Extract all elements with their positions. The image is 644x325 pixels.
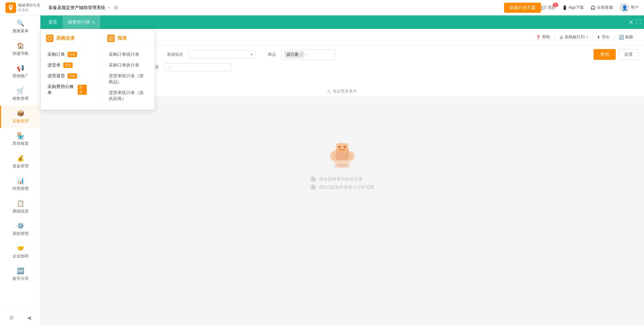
query-btn[interactable]: 查询 [594,49,616,60]
sidebar-item-basic-info[interactable]: 📋 基础信息 [0,196,40,218]
app-download-label: App下载 [569,5,584,10]
user-item[interactable]: 👤 用户 [620,3,639,12]
sidebar-item-search[interactable]: 🔍 搜索菜单 [0,15,40,38]
sidebar-item-marketing[interactable]: 📢 营销推广 [0,60,40,83]
goods-more-icon[interactable]: ··· [306,52,309,57]
industry-btn[interactable]: 体验行业方案 [504,3,541,13]
svg-rect-3 [336,143,348,153]
home-icon: 🏠 [17,42,24,49]
print-icon: 🖨 [559,35,563,40]
purchase-col-title: 采购业务 [56,35,75,41]
sidebar-item-inventory[interactable]: 🏪 库存核算 [0,128,40,151]
notification-badge: 9 [553,3,558,7]
sidebar-item-sales[interactable]: 🛒 销售管理 [0,83,40,106]
print-arrow-icon: ▾ [586,35,588,39]
purchase-order-label: 采购订单 [47,51,65,57]
sidebar-item-quick-nav[interactable]: 🏠 快捷导航 [0,38,40,60]
refresh-btn[interactable]: 🔄 刷新 [619,34,633,40]
menu-purchase-cost[interactable]: 采购费用分摊单 历史 [46,81,88,98]
sidebar-item-system[interactable]: ⚙️ 系统管理 [0,218,40,241]
hint-text-1: 请先选择要分析的方案 [319,176,363,182]
salesperson-more-icon[interactable]: ··· [167,65,171,70]
purchase-order-stat-label: 采购订单统计表 [109,51,139,57]
salesperson-select[interactable]: ··· [164,63,231,71]
menu-purchase-order-exec[interactable]: 采购订单执行表 [107,60,149,71]
sidebar-bottom: ⚙ ◀ [0,310,40,325]
sidebar-item-newbie[interactable]: 🆕 新手引导 [0,263,40,286]
doc-status-select[interactable]: ▾ [188,50,256,58]
online-service-item[interactable]: 🎧 在线客服 [591,5,613,10]
tab-sales-ranking[interactable]: 销售排行榜 ✕ [63,15,100,29]
doc-status-arrow: ▾ [251,52,253,57]
hint-1: 1 请先选择要分析的方案 [310,176,374,182]
svg-point-8 [349,151,354,161]
app-download-item[interactable]: 📱 App下载 [562,5,584,10]
empty-state: 1 请先选择要分析的方案 2 用[过滤]条件来缩小分析范围 [40,97,644,232]
sidebar-item-purchase[interactable]: 📦 采购管理 [0,106,40,128]
online-service-label: 在线客服 [597,5,613,10]
menu-purchase-order[interactable]: 采购订单 历史 [46,49,88,60]
tab-sales-ranking-label: 销售排行榜 [68,19,90,25]
print-label: 按模板打印 [565,34,585,40]
sidebar-label-enterprise: 企业协同 [12,253,29,259]
sidebar-label-newbie: 新手引导 [12,276,29,282]
export-btn[interactable]: ⬆ 导出 [597,34,610,40]
system-title-text: 装备及固定资产辅助管理系统 [48,5,105,11]
help-label: 帮助 [542,34,550,40]
cart-icon: 🛒 [17,87,24,94]
settings-bottom-icon[interactable]: ⚙ [9,315,14,321]
svg-point-0 [10,6,12,7]
menu-stock-in[interactable]: 进货单 历史 [46,60,88,71]
svg-rect-4 [338,146,341,148]
stock-in-label: 进货单 [47,62,61,68]
menu-purchase-order-stat[interactable]: 采购订单统计表 [107,49,149,60]
svg-point-9 [334,164,351,168]
empty-hints: 1 请先选择要分析的方案 2 用[过滤]条件来缩小分析范围 [310,176,374,190]
menu-stock-return[interactable]: 进货退货 历史 [46,71,88,81]
sidebar-label-operations: 经营管理 [12,186,29,192]
dropdown-arrow-icon[interactable]: ▾ [108,6,110,9]
tab-close-window-icon[interactable]: ✕ [629,19,633,26]
tab-maximize-icon[interactable]: ⛶ [636,19,641,26]
sep1: | [554,35,555,40]
stock-return-label: 进货退货 [47,73,65,79]
filter-settings-btn[interactable]: 设置 [618,49,639,60]
sep3: | [614,35,615,40]
sidebar-label-marketing: 营销推广 [12,73,29,79]
sidebar-item-finance[interactable]: 💰 资金管理 [0,151,40,173]
dropdown-menu: 采购业务 采购订单 历史 进货单 历史 进货退货 历史 采购费用分摊单 历史 [40,29,155,110]
notification-item[interactable]: 💬 消息 9 [541,5,556,10]
sidebar-label-quick-nav: 快捷导航 [12,51,29,56]
message-icon: 💬 [541,5,546,10]
money-icon: 💰 [17,155,24,162]
logo-brand: 畅捷通好生意 [18,3,40,7]
sidebar-label-sales: 销售管理 [12,96,29,101]
collapse-sidebar-icon[interactable]: ◀ [27,315,31,321]
sidebar-label-inventory: 库存核算 [12,141,29,147]
sidebar: 🔍 搜索菜单 🏠 快捷导航 📢 营销推广 🛒 销售管理 📦 采购管理 🏪 库存核… [0,15,40,325]
hint-num-2: 2 [310,184,316,190]
headset-icon: 🎧 [591,5,596,10]
menu-stock-in-stat-supplier[interactable]: 进货单统计表（按供应商） [107,87,149,104]
header-right: 💬 消息 9 📱 App下载 🎧 在线客服 👤 用户 [541,3,639,12]
report-col-header: 报表 [107,35,149,45]
sidebar-item-enterprise[interactable]: 🤝 企业协同 [0,241,40,263]
phone-icon: 📱 [562,5,567,10]
goods-tag-close-icon[interactable]: ✕ [300,53,302,56]
hint-2: 2 用[过滤]条件来缩小分析范围 [310,184,374,190]
help-btn[interactable]: ❓ 帮助 [536,34,550,40]
menu-stock-in-stat-goods[interactable]: 进货单统计表（按商品） [107,71,149,87]
sidebar-item-operations[interactable]: 📊 经营管理 [0,173,40,196]
purchase-order-exec-label: 采购订单执行表 [109,62,139,68]
tab-close-icon[interactable]: ✕ [92,20,95,25]
hint-text-2: 用[过滤]条件来缩小分析范围 [319,184,374,190]
tab-home-label: 首页 [48,19,57,25]
tab-home[interactable]: 首页 [43,15,63,29]
goods-tag-text: 设计素 [286,52,298,57]
purchase-col-header: 采购业务 [46,35,88,45]
logo-icon [5,2,16,13]
goods-select[interactable]: 设计素 ✕ ··· [281,49,335,60]
search-icon: 🔍 [17,19,24,27]
print-btn[interactable]: 🖨 按模板打印 ▾ [559,34,588,40]
settings-icon[interactable]: ⚙ [114,4,118,11]
